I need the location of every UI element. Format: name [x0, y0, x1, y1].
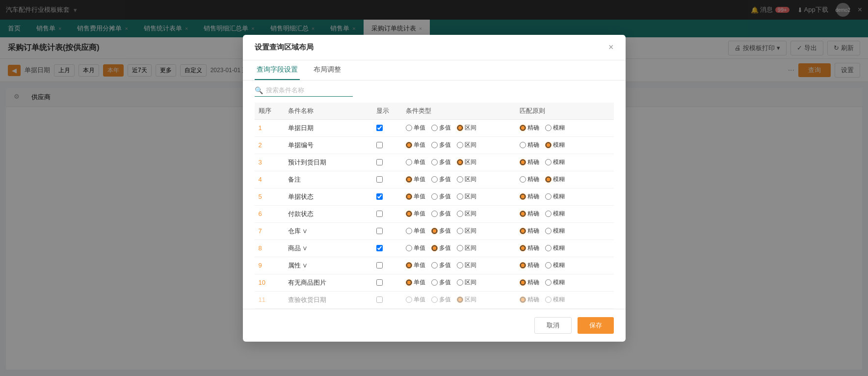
- checkbox-2[interactable]: [376, 142, 383, 148]
- cell-type-9: 单值 多值 区间: [402, 261, 516, 269]
- cell-display-10[interactable]: [372, 279, 402, 286]
- cell-type-1: 单值 多值 区间: [402, 124, 516, 132]
- cell-display-7[interactable]: [372, 228, 402, 234]
- cell-order-3: 3: [255, 159, 284, 166]
- dialog-header: 设置查询区域布局 ×: [243, 35, 626, 60]
- match-fuzzy-1[interactable]: 模糊: [545, 124, 565, 132]
- type-single-9[interactable]: 单值: [406, 261, 425, 269]
- match-radio-group-10: 精确 模糊: [520, 278, 565, 287]
- checkbox-7[interactable]: [376, 228, 383, 234]
- tab-layout[interactable]: 布局调整: [312, 60, 343, 80]
- match-exact-1[interactable]: 精确: [520, 124, 539, 132]
- cell-display-4[interactable]: [372, 176, 402, 183]
- checkbox-9[interactable]: [376, 262, 383, 269]
- match-exact-11[interactable]: 精确: [520, 295, 539, 304]
- match-exact-3[interactable]: 精确: [520, 158, 539, 166]
- type-range-9[interactable]: 区间: [457, 261, 476, 269]
- type-range-2[interactable]: 区间: [457, 141, 476, 149]
- checkbox-3[interactable]: [376, 159, 383, 165]
- cell-display-5[interactable]: [372, 193, 402, 200]
- match-exact-10[interactable]: 精确: [520, 278, 539, 287]
- type-single-6[interactable]: 单值: [406, 210, 425, 218]
- table-row: 3 预计到货日期 单值 多值 区间 精确 模糊: [255, 154, 614, 171]
- match-exact-7[interactable]: 精确: [520, 227, 539, 235]
- type-range-7[interactable]: 区间: [457, 227, 476, 235]
- type-multi-1[interactable]: 多值: [431, 124, 451, 132]
- match-fuzzy-3[interactable]: 模糊: [545, 158, 565, 166]
- type-range-6[interactable]: 区间: [457, 210, 476, 218]
- type-multi-9[interactable]: 多值: [431, 261, 451, 269]
- type-multi-7[interactable]: 多值: [431, 227, 451, 235]
- table-row: 10 有无商品图片 单值 多值 区间 精确 模糊: [255, 274, 614, 292]
- cell-match-10: 精确 模糊: [516, 278, 614, 287]
- table-row: 7 仓库 ∨ 单值 多值 区间 精确 模糊: [255, 223, 614, 240]
- cell-name-1: 单据日期: [284, 124, 372, 133]
- type-single-10[interactable]: 单值: [406, 278, 425, 287]
- search-input[interactable]: [266, 86, 344, 94]
- type-radio-group-9: 单值 多值 区间: [406, 261, 476, 269]
- checkbox-11[interactable]: [376, 296, 383, 303]
- cell-display-1[interactable]: [372, 125, 402, 131]
- type-range-1[interactable]: 区间: [457, 124, 476, 132]
- match-fuzzy-10[interactable]: 模糊: [545, 278, 565, 287]
- checkbox-8[interactable]: [376, 245, 383, 251]
- match-fuzzy-6[interactable]: 模糊: [545, 210, 565, 218]
- type-single-5[interactable]: 单值: [406, 192, 425, 201]
- type-single-3[interactable]: 单值: [406, 158, 425, 166]
- type-range-3[interactable]: 区间: [457, 158, 476, 166]
- cancel-button[interactable]: 取消: [534, 317, 572, 334]
- save-button[interactable]: 保存: [578, 317, 614, 334]
- checkbox-4[interactable]: [376, 176, 383, 183]
- cell-type-2: 单值 多值 区间: [402, 141, 516, 149]
- match-fuzzy-2[interactable]: 模糊: [545, 141, 565, 149]
- type-single-1[interactable]: 单值: [406, 124, 425, 132]
- type-multi-3[interactable]: 多值: [431, 158, 451, 166]
- type-multi-4[interactable]: 多值: [431, 175, 451, 184]
- match-fuzzy-11[interactable]: 模糊: [545, 295, 565, 304]
- cell-display-2[interactable]: [372, 142, 402, 148]
- match-exact-4[interactable]: 精确: [520, 175, 539, 184]
- type-range-4[interactable]: 区间: [457, 175, 476, 184]
- match-fuzzy-4[interactable]: 模糊: [545, 175, 565, 184]
- match-fuzzy-7[interactable]: 模糊: [545, 227, 565, 235]
- type-multi-5[interactable]: 多值: [431, 192, 451, 201]
- checkbox-6[interactable]: [376, 211, 383, 217]
- cell-display-11[interactable]: [372, 296, 402, 303]
- checkbox-1[interactable]: [376, 125, 383, 131]
- cell-display-6[interactable]: [372, 211, 402, 217]
- match-exact-5[interactable]: 精确: [520, 192, 539, 201]
- type-radio-group-10: 单值 多值 区间: [406, 278, 476, 287]
- match-exact-2[interactable]: 精确: [520, 141, 539, 149]
- cell-order-8: 8: [255, 244, 284, 252]
- type-single-11[interactable]: 单值: [406, 295, 425, 304]
- cell-display-3[interactable]: [372, 159, 402, 165]
- type-single-4[interactable]: 单值: [406, 175, 425, 184]
- type-single-7[interactable]: 单值: [406, 227, 425, 235]
- match-exact-9[interactable]: 精确: [520, 261, 539, 269]
- type-single-2[interactable]: 单值: [406, 141, 425, 149]
- match-fuzzy-5[interactable]: 模糊: [545, 192, 565, 201]
- cell-display-8[interactable]: [372, 245, 402, 251]
- type-multi-2[interactable]: 多值: [431, 141, 451, 149]
- type-multi-6[interactable]: 多值: [431, 210, 451, 218]
- match-radio-group-6: 精确 模糊: [520, 210, 565, 218]
- match-fuzzy-9[interactable]: 模糊: [545, 261, 565, 269]
- type-multi-8[interactable]: 多值: [431, 244, 451, 252]
- type-range-10[interactable]: 区间: [457, 278, 476, 287]
- cell-match-9: 精确 模糊: [516, 261, 614, 269]
- match-exact-6[interactable]: 精确: [520, 210, 539, 218]
- match-fuzzy-8[interactable]: 模糊: [545, 244, 565, 252]
- match-exact-8[interactable]: 精确: [520, 244, 539, 252]
- type-multi-11[interactable]: 多值: [431, 295, 451, 304]
- cell-order-2: 2: [255, 141, 284, 149]
- type-range-11[interactable]: 区间: [457, 295, 476, 304]
- type-range-5[interactable]: 区间: [457, 192, 476, 201]
- dialog-close-button[interactable]: ×: [608, 43, 614, 52]
- checkbox-10[interactable]: [376, 279, 383, 286]
- type-multi-10[interactable]: 多值: [431, 278, 451, 287]
- tab-query-fields[interactable]: 查询字段设置: [255, 60, 300, 80]
- type-range-8[interactable]: 区间: [457, 244, 476, 252]
- cell-display-9[interactable]: [372, 262, 402, 269]
- type-single-8[interactable]: 单值: [406, 244, 425, 252]
- checkbox-5[interactable]: [376, 193, 383, 200]
